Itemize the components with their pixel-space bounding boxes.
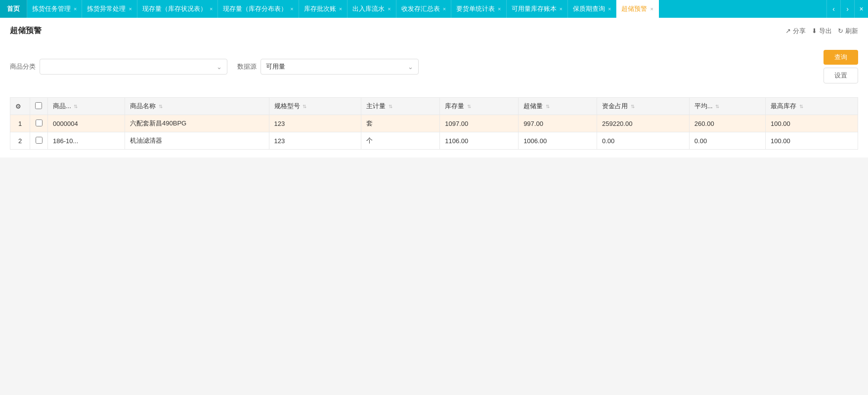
row-seq-1: 2 [10, 132, 30, 150]
col-capital-header[interactable]: 资金占用 ⇅ [597, 98, 689, 115]
sort-icon-unit: ⇅ [389, 104, 392, 109]
category-select[interactable]: ⌄ [40, 59, 227, 75]
col-spec-header[interactable]: 规格型号 ⇅ [269, 98, 361, 115]
datasource-arrow-icon: ⌄ [408, 63, 413, 71]
nav-tab-tab-7[interactable]: 收发存汇总表× [396, 0, 451, 18]
row-unit-1: 个 [361, 132, 440, 150]
datasource-label: 数据源 [237, 62, 257, 71]
row-sku-0: 0000004 [48, 115, 125, 132]
sort-icon-capital: ⇅ [631, 104, 635, 109]
row-checkbox-1[interactable] [30, 132, 48, 150]
row-capital-0: 259220.00 [597, 115, 689, 132]
row-stock-1: 1106.00 [440, 132, 519, 150]
tab-close-tab-8[interactable]: × [498, 0, 501, 18]
nav-arrow-close[interactable]: × [854, 0, 868, 18]
row-stock-0: 1097.00 [440, 115, 519, 132]
row-over-1: 1006.00 [519, 132, 597, 150]
nav-tab-tab-2[interactable]: 拣货异常处理× [82, 0, 137, 18]
nav-tab-tab-9[interactable]: 可用量库存账本× [507, 0, 568, 18]
export-icon: ⬇ [812, 27, 817, 35]
tab-close-tab-7[interactable]: × [443, 0, 446, 18]
query-button[interactable]: 查询 [824, 50, 858, 65]
col-unit-header[interactable]: 主计量 ⇅ [361, 98, 440, 115]
nav-tab-tab-10[interactable]: 保质期查询× [568, 0, 616, 18]
nav-tab-tab-3[interactable]: 现存量（库存状况表）× [137, 0, 218, 18]
tab-label: 收发存汇总表 [401, 0, 440, 18]
tab-close-tab-10[interactable]: × [608, 0, 611, 18]
tab-label: 可用量库存账本 [512, 0, 557, 18]
refresh-icon: ↻ [838, 27, 843, 35]
row-check-1[interactable] [36, 137, 43, 144]
row-name-1: 机油滤清器 [125, 132, 269, 150]
col-max-header[interactable]: 最高库存 ⇅ [766, 98, 858, 115]
nav-tab-tab-1[interactable]: 拣货任务管理× [27, 0, 82, 18]
tab-close-tab-1[interactable]: × [74, 0, 77, 18]
row-max-0: 100.00 [766, 115, 858, 132]
row-avg-0: 260.00 [689, 115, 765, 132]
tab-close-tab-5[interactable]: × [339, 0, 342, 18]
data-table: ⚙ 商品... ⇅ 商品名称 ⇅ 规格型号 ⇅ 主计量 [10, 97, 858, 150]
page-content: 超储预警 ↗ 分享 ⬇ 导出 ↻ 刷新 商品分类 ⌄ 数据源 [0, 18, 868, 158]
col-sku-header[interactable]: 商品... ⇅ [48, 98, 125, 115]
tab-close-tab-11[interactable]: × [650, 0, 653, 18]
col-stock-header[interactable]: 库存量 ⇅ [440, 98, 519, 115]
nav-tab-tab-8[interactable]: 要货单统计表× [451, 0, 506, 18]
gear-icon: ⚙ [15, 103, 21, 110]
row-max-1: 100.00 [766, 132, 858, 150]
col-name-header[interactable]: 商品名称 ⇅ [125, 98, 269, 115]
sort-icon-avg: ⇅ [715, 104, 719, 109]
export-label: 导出 [819, 27, 832, 36]
table-row: 2 186-10... 机油滤清器 123 个 1106.00 1006.00 … [10, 132, 858, 150]
sort-icon-stock: ⇅ [467, 104, 471, 109]
tab-close-tab-6[interactable]: × [388, 0, 391, 18]
sort-icon-spec: ⇅ [303, 104, 306, 109]
tab-label: 拣货异常处理 [87, 0, 126, 18]
export-button[interactable]: ⬇ 导出 [812, 27, 832, 36]
datasource-filter: 数据源 可用量 ⌄ [237, 59, 419, 75]
refresh-label: 刷新 [845, 27, 858, 36]
col-checkbox-header[interactable] [30, 98, 48, 115]
nav-tab-tab-5[interactable]: 库存批次账× [299, 0, 347, 18]
sort-icon-over: ⇅ [546, 104, 550, 109]
tab-label: 出入库流水 [352, 0, 385, 18]
refresh-button[interactable]: ↻ 刷新 [838, 27, 858, 36]
select-all-checkbox[interactable] [35, 102, 42, 109]
sort-icon-max: ⇅ [799, 104, 803, 109]
tab-close-tab-4[interactable]: × [290, 0, 293, 18]
sort-icon-sku: ⇅ [74, 104, 78, 109]
row-checkbox-0[interactable] [30, 115, 48, 132]
row-seq-0: 1 [10, 115, 30, 132]
header-actions: ↗ 分享 ⬇ 导出 ↻ 刷新 [785, 27, 858, 36]
top-nav: 首页 拣货任务管理×拣货异常处理×现存量（库存状况表）×现存量（库存分布表）×库… [0, 0, 868, 18]
col-gear[interactable]: ⚙ [10, 98, 30, 115]
datasource-select[interactable]: 可用量 ⌄ [260, 59, 419, 75]
nav-arrow-right[interactable]: › [840, 0, 854, 18]
col-avg-header[interactable]: 平均... ⇅ [689, 98, 765, 115]
share-button[interactable]: ↗ 分享 [785, 27, 806, 36]
row-spec-0: 123 [269, 115, 361, 132]
row-check-0[interactable] [36, 119, 43, 126]
tab-label: 保质期查询 [573, 0, 605, 18]
col-over-header[interactable]: 超储量 ⇅ [519, 98, 597, 115]
tab-label: 要货单统计表 [456, 0, 495, 18]
share-icon: ↗ [785, 27, 791, 35]
tab-label: 现存量（库存分布表） [223, 0, 287, 18]
row-name-0: 六配套新昌490BPG [125, 115, 269, 132]
category-arrow-icon: ⌄ [217, 63, 222, 71]
category-filter: 商品分类 ⌄ [10, 59, 227, 75]
nav-tab-tab-4[interactable]: 现存量（库存分布表）× [218, 0, 299, 18]
row-capital-1: 0.00 [597, 132, 689, 150]
share-label: 分享 [793, 27, 806, 36]
tab-close-tab-9[interactable]: × [560, 0, 563, 18]
table-header-row: ⚙ 商品... ⇅ 商品名称 ⇅ 规格型号 ⇅ 主计量 [10, 98, 858, 115]
tab-close-tab-2[interactable]: × [129, 0, 131, 18]
nav-arrows: ‹ › × [826, 0, 868, 18]
nav-tab-tab-6[interactable]: 出入库流水× [347, 0, 396, 18]
nav-home[interactable]: 首页 [0, 0, 27, 18]
tab-close-tab-3[interactable]: × [210, 0, 213, 18]
nav-arrow-left[interactable]: ‹ [826, 0, 840, 18]
settings-button[interactable]: 设置 [824, 68, 858, 83]
nav-tab-tab-11[interactable]: 超储预警× [616, 0, 658, 18]
home-label: 首页 [7, 0, 20, 18]
page-title: 超储预警 [10, 26, 42, 36]
